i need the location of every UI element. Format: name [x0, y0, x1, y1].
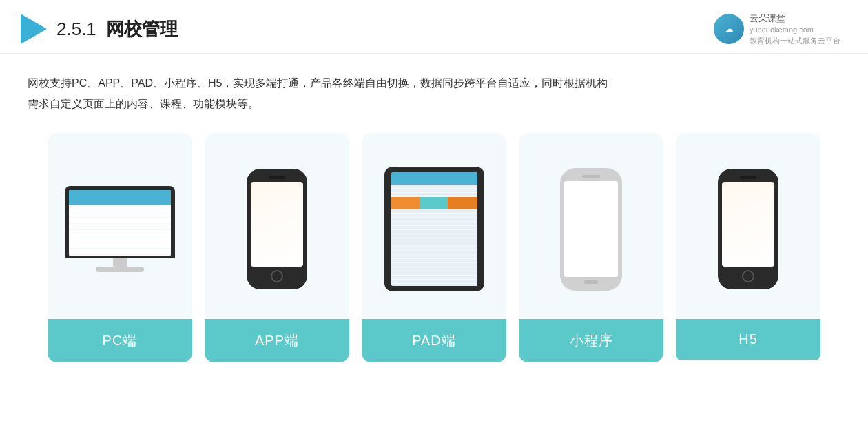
- phone-notch-h5: [740, 176, 756, 179]
- brand-triangle-icon: [21, 14, 47, 44]
- brand-tagline: 教育机构一站式服务云平台: [750, 36, 840, 46]
- card-pad-image: [362, 133, 506, 319]
- tablet-screen-content: [391, 172, 477, 286]
- phone-outer-h5: [718, 169, 778, 289]
- brand-name: 云朵课堂: [750, 12, 840, 25]
- description-line1: 网校支持PC、APP、PAD、小程序、H5，实现多端打通，产品各终端自由切换，数…: [28, 73, 840, 94]
- card-h5: H5: [676, 133, 820, 362]
- platform-cards: PC端 APP端: [0, 126, 868, 376]
- title-text: 网校管理: [106, 19, 178, 39]
- monitor-screen: [69, 190, 171, 256]
- tablet-screen: [391, 172, 477, 286]
- monitor-mockup: [65, 186, 175, 272]
- description-block: 网校支持PC、APP、PAD、小程序、H5，实现多端打通，产品各终端自由切换，数…: [0, 54, 868, 126]
- phone-mockup-mini: [560, 168, 622, 291]
- page-title: 2.5.1 网校管理: [56, 17, 178, 41]
- section-number: 2.5.1: [56, 19, 96, 39]
- monitor-neck: [113, 258, 127, 267]
- header-left: 2.5.1 网校管理: [21, 14, 178, 44]
- card-mini-image: [519, 133, 663, 319]
- phone-mini-notch: [582, 175, 600, 178]
- page-header: 2.5.1 网校管理 ☁ 云朵课堂 yunduoketang.com 教育机构一…: [0, 0, 868, 54]
- description-line2: 需求自定义页面上的内容、课程、功能模块等。: [28, 94, 840, 114]
- card-pc: PC端: [48, 133, 192, 362]
- card-app-label: APP端: [205, 319, 349, 362]
- phone-mockup-h5: [718, 169, 778, 289]
- screen-overlay: [69, 190, 171, 256]
- brand-site: yunduoketang.com: [750, 25, 840, 35]
- phone-home-btn-h5: [742, 270, 754, 282]
- monitor-screen-content: [69, 190, 171, 256]
- monitor-outer: [65, 186, 175, 258]
- phone-mini-btn: [584, 280, 598, 284]
- card-app: APP端: [205, 133, 349, 362]
- brand-logo: ☁ 云朵课堂 yunduoketang.com 教育机构一站式服务云平台: [714, 12, 840, 46]
- tablet-outer: [384, 167, 484, 291]
- tablet-mockup: [384, 167, 484, 291]
- brand-icon: ☁: [714, 14, 744, 44]
- card-app-image: [205, 133, 349, 319]
- card-mini-label: 小程序: [519, 319, 663, 362]
- card-pc-label: PC端: [48, 319, 192, 362]
- phone-outer-app: [247, 169, 307, 289]
- brand-text: 云朵课堂 yunduoketang.com 教育机构一站式服务云平台: [750, 12, 840, 46]
- card-h5-label: H5: [676, 319, 820, 360]
- card-mini: 小程序: [519, 133, 663, 362]
- phone-mini-outer: [560, 168, 622, 291]
- phone-notch-app: [269, 176, 285, 179]
- monitor-base: [96, 267, 144, 272]
- card-pad-label: PAD端: [362, 319, 506, 362]
- phone-screen-app: [251, 182, 303, 267]
- card-h5-image: [676, 133, 820, 319]
- card-pc-image: [48, 133, 192, 319]
- card-pad: PAD端: [362, 133, 506, 362]
- phone-mockup-app: [247, 169, 307, 289]
- phone-screen-h5: [722, 182, 774, 267]
- phone-mini-screen: [564, 181, 618, 277]
- phone-home-btn-app: [271, 270, 283, 282]
